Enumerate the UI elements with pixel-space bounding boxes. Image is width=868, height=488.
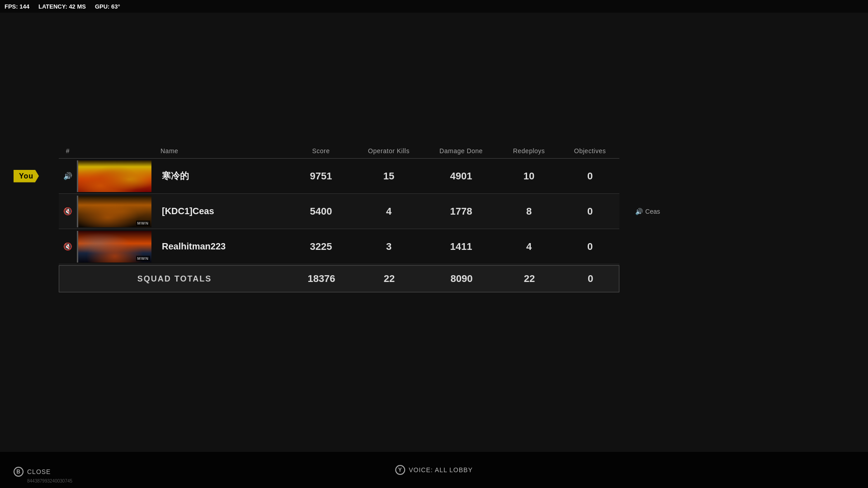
bottom-bar: B CLOSE 844387993240030745 Y VOICE: ALL … <box>0 452 868 488</box>
squad-totals-row: SQUAD TOTALS 18376 22 8090 22 0 <box>59 265 619 292</box>
hud-bar: FPS: 144 LATENCY: 42 MS GPU: 63° <box>0 0 868 13</box>
player-kills-3: 3 <box>353 241 425 253</box>
mwn-badge-3: MWN <box>136 256 151 261</box>
player-redeploys-1: 10 <box>497 170 561 182</box>
player-redeploys-3: 4 <box>497 241 561 253</box>
voice-label: VOICE: ALL LOBBY <box>409 466 473 474</box>
player-objectives-3: 0 <box>561 241 619 253</box>
avatar-image-1 <box>78 160 151 192</box>
player-damage-1: 4901 <box>425 170 497 182</box>
totals-score: 18376 <box>290 273 353 285</box>
squad-totals-label: SQUAD TOTALS <box>59 274 290 284</box>
player-row: 🔊 Ceas 🔇 MWN [KDC1]Ceas 5400 4 1778 8 0 <box>59 194 619 229</box>
header-redeploys: Redeploys <box>497 147 561 155</box>
speaker-col-2: 🔇 <box>59 207 77 216</box>
latency-display: LATENCY: 42 MS <box>38 3 86 10</box>
scoreboard: # Name Score Operator Kills Damage Done … <box>59 144 619 292</box>
speaker-col: 🔊 <box>59 172 77 180</box>
mute-icon-2[interactable]: 🔇 <box>63 207 72 216</box>
player-name-3: Realhitman223 <box>158 241 289 252</box>
b-label: B <box>16 469 21 475</box>
totals-damage: 8090 <box>425 273 498 285</box>
gpu-display: GPU: 63° <box>95 3 120 10</box>
totals-redeploys: 22 <box>498 273 561 285</box>
fps-label: FPS: <box>5 3 18 10</box>
header-score: Score <box>289 147 353 155</box>
gpu-label: GPU: <box>95 3 110 10</box>
session-id: 844387993240030745 <box>27 479 72 483</box>
player-row: 🔇 MWN Realhitman223 3225 3 1411 4 0 <box>59 229 619 264</box>
speaker-icon: 🔊 <box>63 172 72 180</box>
close-button[interactable]: B CLOSE <box>14 467 51 477</box>
player-damage-2: 1778 <box>425 206 497 217</box>
header-hash: # <box>59 147 77 155</box>
ceas-label: Ceas <box>645 208 660 215</box>
player-kills-1: 15 <box>353 170 425 182</box>
player-score-3: 3225 <box>289 241 353 253</box>
player-objectives-1: 0 <box>561 170 619 182</box>
fps-display: FPS: 144 <box>5 3 29 10</box>
player-damage-3: 1411 <box>425 241 497 253</box>
header-objectives: Objectives <box>561 147 619 155</box>
latency-label: LATENCY: <box>38 3 67 10</box>
close-label: CLOSE <box>27 468 51 475</box>
you-badge-container: You <box>14 170 39 183</box>
ceas-indicator: 🔊 Ceas <box>635 208 660 215</box>
main-area: # Name Score Operator Kills Damage Done … <box>0 13 868 488</box>
y-label: Y <box>398 467 402 473</box>
player-score-1: 9751 <box>289 170 353 182</box>
b-button-icon: B <box>14 467 24 477</box>
player-avatar-2: MWN <box>77 196 151 227</box>
header-avatar <box>77 147 158 155</box>
gpu-value: 63° <box>111 3 120 10</box>
player-redeploys-2: 8 <box>497 206 561 217</box>
player-objectives-2: 0 <box>561 206 619 217</box>
player-avatar-3: MWN <box>77 231 151 263</box>
header-name: Name <box>158 147 289 155</box>
ceas-speaker-icon: 🔊 <box>635 208 643 215</box>
voice-indicator: Y VOICE: ALL LOBBY <box>395 465 473 475</box>
header-damage-done: Damage Done <box>425 147 497 155</box>
totals-objectives: 0 <box>561 273 620 285</box>
player-avatar-1 <box>77 160 151 192</box>
player-name-1: 寒冷的 <box>158 170 289 182</box>
you-badge: You <box>14 170 39 183</box>
header-operator-kills: Operator Kills <box>353 147 425 155</box>
latency-value: 42 MS <box>69 3 86 10</box>
y-button-icon: Y <box>395 465 405 475</box>
player-score-2: 5400 <box>289 206 353 217</box>
fps-value: 144 <box>19 3 29 10</box>
mute-icon-3[interactable]: 🔇 <box>63 242 72 251</box>
player-name-2: [KDC1]Ceas <box>158 206 289 216</box>
table-header: # Name Score Operator Kills Damage Done … <box>59 144 619 159</box>
player-kills-2: 4 <box>353 206 425 217</box>
totals-kills: 22 <box>353 273 425 285</box>
speaker-col-3: 🔇 <box>59 242 77 251</box>
player-row: You 🔊 寒冷的 9751 15 4901 10 0 <box>59 159 619 194</box>
mwn-badge-2: MWN <box>136 221 151 226</box>
